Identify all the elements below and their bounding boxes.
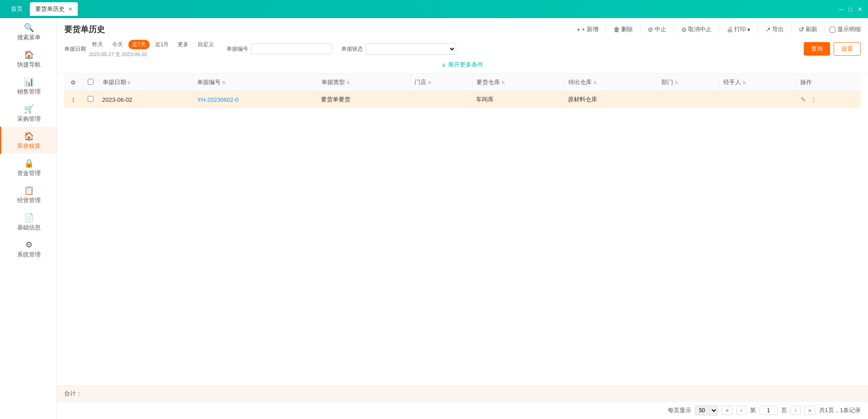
- select-all-checkbox[interactable]: [88, 79, 94, 85]
- main-layout: 🔍 搜索菜单 🏠 快捷导航 📊 销售管理 🛒 采购管理 🏠 库存核算 🔒 资金管…: [0, 18, 868, 419]
- doc-no-label: 单据编号: [226, 45, 248, 53]
- date-filter-label: 单据日期: [64, 45, 86, 53]
- refresh-label: 刷新: [806, 25, 817, 33]
- cell-doc-no[interactable]: YH-20230602-0: [193, 91, 317, 108]
- sidebar-item-sales[interactable]: 📊 销售管理: [0, 72, 57, 100]
- status-filter-group: 单据状态: [341, 43, 456, 55]
- print-icon: 🖨: [726, 26, 733, 33]
- sidebar-item-system[interactable]: ⚙ 系统管理: [0, 235, 57, 262]
- system-icon: ⚙: [25, 241, 33, 249]
- query-button[interactable]: 查询: [804, 42, 830, 56]
- next-page-btn[interactable]: ›: [791, 406, 801, 415]
- delete-button[interactable]: 🗑 删除: [611, 24, 636, 35]
- per-page-label: 每页显示: [668, 406, 691, 414]
- date-today[interactable]: 今天: [108, 40, 127, 49]
- new-label: + 新增: [582, 25, 599, 33]
- page-input[interactable]: [760, 406, 778, 415]
- cell-doc-type: 要货单要货: [317, 91, 410, 108]
- th-store[interactable]: 门店: [410, 74, 472, 91]
- table-row[interactable]: 1 2023-06-02 YH-20230602-0 要货单要货 车间库 原材料…: [64, 91, 861, 108]
- th-req-warehouse[interactable]: 要货仓库: [472, 74, 564, 91]
- doc-no-input[interactable]: [251, 43, 332, 54]
- tab-history-label: 要货单历史: [35, 5, 65, 13]
- sidebar-item-quicknav[interactable]: 🏠 快捷导航: [0, 45, 57, 72]
- sidebar-item-basic[interactable]: 📄 基础信息: [0, 208, 57, 235]
- date-custom[interactable]: 自定义: [194, 40, 217, 49]
- sidebar: 🔍 搜索菜单 🏠 快捷导航 📊 销售管理 🛒 采购管理 🏠 库存核算 🔒 资金管…: [0, 18, 57, 419]
- th-pending-warehouse[interactable]: 待出仓库: [564, 74, 657, 91]
- cell-action: ✎ ⋮: [796, 91, 861, 108]
- sidebar-item-purchase-label: 采购管理: [17, 115, 41, 123]
- action-btns: ✎ ⋮: [800, 95, 857, 104]
- cancel-stop-button[interactable]: ⊘ 取消中止: [679, 24, 714, 35]
- date-more[interactable]: 更多: [174, 40, 192, 49]
- tab-history[interactable]: 要货单历史 ✕: [30, 2, 78, 16]
- sidebar-item-search[interactable]: 🔍 搜索菜单: [0, 18, 57, 45]
- status-label: 单据状态: [341, 45, 363, 53]
- last-page-btn[interactable]: »: [804, 406, 816, 415]
- tab-history-close[interactable]: ✕: [68, 6, 72, 12]
- edit-icon[interactable]: ✎: [800, 95, 807, 104]
- print-button[interactable]: 🖨 打印 ▾: [724, 24, 753, 35]
- stop-icon: ⊘: [648, 26, 653, 33]
- divider-3: [674, 26, 674, 33]
- date-7days[interactable]: 近7天: [128, 40, 150, 49]
- date-pills: 昨天 今天 近7天 近1月 更多 自定义: [89, 40, 217, 49]
- search-icon: 🔍: [24, 24, 34, 32]
- display-detail-label: 显示明细: [837, 25, 861, 33]
- sidebar-item-finance[interactable]: 🔒 资金管理: [0, 154, 57, 181]
- home-icon: 🏠: [24, 51, 34, 59]
- sidebar-item-system-label: 系统管理: [17, 251, 41, 259]
- refresh-icon: ↺: [799, 26, 804, 33]
- per-page-select[interactable]: 50 100 200: [695, 405, 718, 415]
- maximize-btn[interactable]: □: [849, 6, 852, 13]
- cell-date: 2023-06-02: [99, 91, 193, 108]
- sidebar-item-inventory[interactable]: 🏠 库存核算: [0, 127, 57, 154]
- cell-checkbox[interactable]: [82, 91, 99, 108]
- minimize-btn[interactable]: ─: [839, 6, 843, 13]
- sidebar-item-operation-label: 经营管理: [17, 196, 41, 205]
- th-handler[interactable]: 经手人: [719, 74, 796, 91]
- doc-no-link[interactable]: YH-20230602-0: [197, 96, 239, 103]
- date-1month[interactable]: 近1月: [151, 40, 173, 49]
- divider-5: [758, 26, 758, 33]
- page-title: 要货单历史: [64, 24, 105, 35]
- date-yesterday[interactable]: 昨天: [89, 40, 107, 49]
- display-detail-checkbox[interactable]: 显示明细: [830, 25, 861, 33]
- sidebar-item-operation[interactable]: 📋 经营管理: [0, 181, 57, 208]
- th-doc-type[interactable]: 单据类型: [317, 74, 410, 91]
- th-checkbox: [82, 74, 99, 91]
- sales-icon: 📊: [24, 78, 34, 86]
- total-info: 共1页，1条记录: [819, 406, 861, 414]
- content-area: 要货单历史 + + 新增 🗑 删除 ⊘ 中止 ⊘: [57, 18, 868, 419]
- status-select[interactable]: [366, 43, 456, 55]
- export-button[interactable]: ↗ 导出: [763, 24, 787, 35]
- th-date[interactable]: 单据日期: [99, 74, 193, 91]
- sidebar-item-basic-label: 基础信息: [17, 224, 41, 232]
- sidebar-item-sales-label: 销售管理: [17, 88, 41, 96]
- stop-button[interactable]: ⊘ 中止: [645, 24, 669, 35]
- th-doc-no[interactable]: 单据编号: [193, 74, 317, 91]
- cell-pending-warehouse: 原材料仓库: [564, 91, 657, 108]
- th-gear[interactable]: ⚙: [64, 74, 82, 91]
- row-checkbox[interactable]: [88, 96, 94, 102]
- cell-store: [410, 91, 472, 108]
- export-icon: ↗: [765, 26, 771, 33]
- display-detail-input[interactable]: [830, 27, 835, 33]
- date-filter-group: 单据日期 昨天 今天 近7天 近1月 更多 自定义 2023-05-27 至 2…: [64, 40, 217, 58]
- first-page-btn[interactable]: «: [722, 406, 733, 415]
- sidebar-item-purchase[interactable]: 🛒 采购管理: [0, 100, 57, 127]
- tab-home-label: 首页: [11, 5, 23, 13]
- th-department[interactable]: 部门: [658, 74, 720, 91]
- more-icon[interactable]: ⋮: [810, 95, 818, 104]
- close-btn[interactable]: ✕: [858, 6, 863, 13]
- refresh-button[interactable]: ↺ 刷新: [796, 24, 820, 35]
- expand-more[interactable]: ∨ 展开更多条件: [64, 61, 861, 69]
- setting-button[interactable]: 设置: [834, 42, 861, 56]
- new-button[interactable]: + + 新增: [574, 24, 601, 35]
- page-suffix: 页: [781, 406, 787, 414]
- prev-page-btn[interactable]: ‹: [736, 406, 746, 415]
- divider-4: [719, 26, 719, 33]
- operation-icon: 📋: [24, 186, 34, 195]
- tab-home[interactable]: 首页: [5, 2, 28, 16]
